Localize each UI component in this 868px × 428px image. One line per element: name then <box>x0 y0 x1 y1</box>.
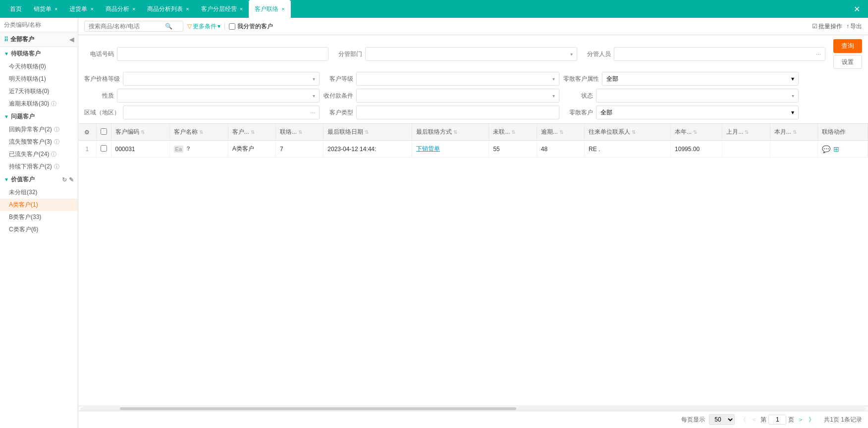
filter-search-icon[interactable]: 🔍 <box>165 23 172 30</box>
customer-name: Ea ？ <box>169 141 228 158</box>
price-level-select[interactable]: ▾ <box>123 72 320 86</box>
customer-badge: Ea <box>174 146 183 153</box>
nav-customer-segment[interactable]: 客户分层经营 × <box>195 0 249 18</box>
select-all-checkbox[interactable] <box>101 128 107 135</box>
row-num: 1 <box>78 141 96 158</box>
sidebar-item-churned[interactable]: 已流失客户(24) ⓘ <box>0 148 78 160</box>
filter-region: 区域（地区） ··· <box>84 106 320 119</box>
query-button[interactable]: 查询 <box>833 39 862 53</box>
all-customers-header[interactable]: ⠿ 全部客户 ◀ <box>0 32 78 47</box>
phone-input[interactable] <box>117 47 328 61</box>
filter-nature: 性质 ▾ <box>84 89 320 103</box>
my-customers-checkbox[interactable]: 我分管的客户 <box>229 22 273 31</box>
close-icon[interactable]: × <box>132 6 135 12</box>
grid-icon: ⠿ <box>4 36 8 43</box>
filter-search-input[interactable] <box>89 23 163 30</box>
col-contact-count: 联络... ⇅ <box>275 124 323 141</box>
sort-icon[interactable]: ⇅ <box>511 129 515 135</box>
page-nav: 《 ＜ 第 页 ＞ 》 <box>739 415 816 425</box>
value-customers-group[interactable]: ▼ 价值客户 ↻ ✎ <box>0 173 78 186</box>
prev-page-btn[interactable]: ＜ <box>750 416 759 424</box>
edit-icon[interactable]: ✎ <box>69 176 74 183</box>
my-customers-check-input[interactable] <box>229 23 235 30</box>
sidebar-item-churn-warning[interactable]: 流失预警客户(3) ⓘ <box>0 136 78 148</box>
last-page-btn[interactable]: 》 <box>807 416 816 424</box>
collapse-sidebar-icon[interactable]: ◀ <box>69 36 74 43</box>
payment-select[interactable]: ▾ <box>356 89 559 103</box>
close-icon[interactable]: × <box>240 6 243 12</box>
close-icon[interactable]: × <box>54 6 57 12</box>
sidebar-item-ungrouped[interactable]: 未分组(32) <box>0 186 78 199</box>
first-page-btn[interactable]: 《 <box>739 416 748 424</box>
sidebar-item-7days[interactable]: 近7天待联络(0) <box>0 85 78 98</box>
filter-form: 电话号码 分管部门 ▾ 分管人员 ··· <box>78 35 868 124</box>
retail-customer-select[interactable]: 全部 ▾ <box>596 106 799 119</box>
sort-icon[interactable]: ⇅ <box>693 129 697 135</box>
chevron-down-icon: ▾ <box>792 93 794 99</box>
customer-type-input[interactable] <box>356 106 559 119</box>
sort-icon[interactable]: ⇅ <box>632 129 636 135</box>
nature-select[interactable]: ▾ <box>117 89 320 103</box>
table-header-row: ⚙ 客户编码 ⇅ 客户名称 <box>78 124 868 141</box>
status-select[interactable]: ▾ <box>596 89 799 103</box>
sidebar-item-overdue[interactable]: 逾期未联络(30) ⓘ <box>0 98 78 110</box>
nav-sales[interactable]: 销货单 × <box>28 0 63 18</box>
sidebar-search-input[interactable] <box>4 21 78 28</box>
dept-select[interactable]: ▾ <box>365 47 577 61</box>
sort-icon[interactable]: ⇅ <box>793 129 797 135</box>
close-all-tabs[interactable]: ✕ <box>850 4 864 14</box>
manager-select[interactable]: ··· <box>614 47 825 61</box>
page-size-select[interactable]: 50 100 200 <box>709 414 735 425</box>
filter-row-1: 电话号码 分管部门 ▾ 分管人员 ··· <box>84 39 862 69</box>
sort-icon[interactable]: ⇅ <box>365 129 369 135</box>
nav-product-analysis[interactable]: 商品分析 × <box>100 0 141 18</box>
nav-purchase[interactable]: 进货单 × <box>63 0 99 18</box>
horizontal-scrollbar[interactable] <box>78 406 868 411</box>
row-select-checkbox[interactable] <box>101 145 107 152</box>
region-select[interactable]: ··· <box>123 106 320 119</box>
close-icon[interactable]: × <box>186 6 189 12</box>
chevron-down-icon: ▾ <box>313 93 315 99</box>
export-btn[interactable]: ↑ 导出 <box>846 22 862 31</box>
sidebar-item-class-a[interactable]: A类客户(1) <box>0 199 78 211</box>
qr-icon[interactable]: ⊞ <box>833 145 839 153</box>
close-icon[interactable]: × <box>281 6 284 12</box>
sort-icon[interactable]: ⇅ <box>298 129 302 135</box>
col-this-year: 本年... ⇅ <box>671 124 722 141</box>
last-contact-date-cell: 2023-04-12 14:44: <box>324 141 412 158</box>
filter-row-4: 区域（地区） ··· 客户类型 零散客户 全部 ▾ <box>84 106 862 119</box>
close-icon[interactable]: × <box>90 6 93 12</box>
scrollbar-thumb[interactable] <box>120 407 516 410</box>
sort-icon[interactable]: ⇅ <box>559 129 563 135</box>
refresh-icon[interactable]: ↻ <box>62 176 67 183</box>
settings-button[interactable]: 设置 <box>833 55 862 69</box>
sort-icon[interactable]: ⇅ <box>453 129 457 135</box>
nav-product-analysis-list[interactable]: 商品分析列表 × <box>141 0 195 18</box>
nav-home[interactable]: 首页 <box>4 0 28 18</box>
sidebar-item-abnormal[interactable]: 回购异常客户(2) ⓘ <box>0 123 78 136</box>
pending-contact-group[interactable]: ▼ 待联络客户 <box>0 47 78 60</box>
retail-attr-select[interactable]: 全部 ▾ <box>602 72 799 86</box>
bulk-ops-btn[interactable]: ☑ 批量操作 <box>812 22 842 31</box>
customer-level-select[interactable]: ▾ <box>356 72 559 86</box>
pagination: 每页显示 50 100 200 《 ＜ 第 页 ＞ 》 共1页 1条记录 <box>78 411 868 428</box>
sort-icon[interactable]: ⇅ <box>141 129 145 135</box>
nav-customer-contact[interactable]: 客户联络 × <box>249 0 290 18</box>
gear-icon[interactable]: ⚙ <box>84 129 90 136</box>
sort-icon[interactable]: ⇅ <box>199 129 203 135</box>
sidebar-item-tomorrow[interactable]: 明天待联络(1) <box>0 73 78 85</box>
more-conditions-btn[interactable]: ▽ 更多条件 ▾ <box>187 22 220 31</box>
chat-icon[interactable]: 💬 <box>822 145 830 153</box>
sort-icon[interactable]: ⇅ <box>745 129 749 135</box>
next-page-btn[interactable]: ＞ <box>796 416 805 424</box>
problem-customers-group[interactable]: ▼ 问题客户 <box>0 110 78 123</box>
sidebar-item-today[interactable]: 今天待联络(0) <box>0 60 78 73</box>
sidebar-item-declining[interactable]: 持续下滑客户(2) ⓘ <box>0 160 78 173</box>
filter-dept: 分管部门 ▾ <box>332 47 577 61</box>
page-number-input[interactable] <box>768 415 786 425</box>
sort-icon[interactable]: ⇅ <box>251 129 255 135</box>
sidebar-item-class-c[interactable]: C类客户(6) <box>0 223 78 236</box>
last-contact-method-link[interactable]: 下销货单 <box>416 145 440 152</box>
main-content: 🔍 ▽ 更多条件 ▾ 我分管的客户 ☑ 批量操作 ↑ 导出 <box>78 18 868 428</box>
sidebar-item-class-b[interactable]: B类客户(33) <box>0 211 78 223</box>
